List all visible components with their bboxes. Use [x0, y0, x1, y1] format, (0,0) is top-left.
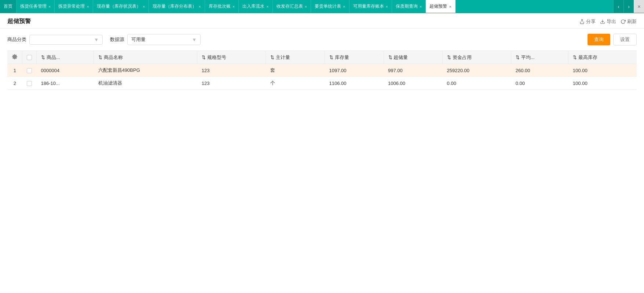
- th-spec[interactable]: ⇅ 规格型号: [197, 51, 266, 64]
- close-stock-batch[interactable]: ×: [233, 4, 235, 9]
- filter-actions: 查询 设置: [588, 34, 637, 45]
- nav-order-stat[interactable]: 要货单统计表 ×: [311, 0, 349, 13]
- datasource-select-value: 可用量: [131, 36, 146, 43]
- close-task-mgmt[interactable]: ×: [48, 4, 51, 9]
- overstock-table: ⇅ 商品... ⇅ 商品名称 ⇅ 规格型号 ⇅ 主计量 ⇅ 库存量: [7, 51, 637, 90]
- category-label: 商品分类: [7, 36, 26, 43]
- product-code-2: 186-10...: [37, 77, 94, 90]
- close-stock-status[interactable]: ×: [143, 4, 145, 9]
- nav-next-btn[interactable]: ›: [623, 0, 634, 13]
- unit-2: 个: [266, 77, 325, 90]
- spec-2: 123: [197, 77, 266, 90]
- spec-1: 123: [197, 64, 266, 77]
- nav-inout-flow[interactable]: 出入库流水 ×: [239, 0, 272, 13]
- capital-usage-1: 259220.00: [443, 64, 511, 77]
- max-stock-2: 100.00: [568, 77, 637, 90]
- product-name-1: 六配套新昌490BPG: [94, 64, 197, 77]
- filter-bar: 商品分类 ▼ 数据源 可用量 ▼ 查询 设置: [0, 29, 644, 51]
- category-filter-item: 商品分类 ▼: [7, 35, 103, 45]
- th-checkbox: [22, 51, 37, 64]
- product-name-2: 机油滤清器: [94, 77, 197, 90]
- nav-stock-dist[interactable]: 现存量（库存分布表） ×: [149, 0, 205, 13]
- close-abnormal[interactable]: ×: [87, 4, 89, 9]
- nav-abnormal[interactable]: 拣货异常处理 ×: [55, 0, 93, 13]
- th-avg[interactable]: ⇅ 平均...: [511, 51, 568, 64]
- row-checkbox-2[interactable]: [22, 77, 37, 90]
- close-stock-dist[interactable]: ×: [198, 4, 201, 9]
- top-nav: 首页 拣货任务管理 × 拣货异常处理 × 现存量（库存状况表） × 现存量（库存…: [0, 0, 644, 13]
- export-button[interactable]: 导出: [600, 18, 616, 25]
- nav-more-btn[interactable]: ×: [634, 0, 644, 13]
- nav-prev-btn[interactable]: ‹: [613, 0, 623, 13]
- th-max-stock[interactable]: ⇅ 最高库存: [568, 51, 637, 64]
- close-recv-send[interactable]: ×: [305, 4, 307, 9]
- nav-arrows: ‹ › ×: [613, 0, 644, 13]
- category-select-value: [33, 37, 35, 42]
- avg-1: 260.00: [511, 64, 568, 77]
- datasource-label: 数据源: [110, 36, 124, 43]
- header-actions: 分享 导出 刷新: [579, 18, 637, 25]
- th-product-name[interactable]: ⇅ 商品名称: [94, 51, 197, 64]
- settings-gear-icon[interactable]: [12, 54, 18, 60]
- export-icon: [600, 19, 605, 24]
- table-row: 1 0000004 六配套新昌490BPG 123 套 1097.00 997.…: [7, 64, 637, 77]
- table-header-row: ⇅ 商品... ⇅ 商品名称 ⇅ 规格型号 ⇅ 主计量 ⇅ 库存量: [7, 51, 637, 64]
- category-select[interactable]: ▼: [29, 35, 103, 45]
- table-wrapper: ⇅ 商品... ⇅ 商品名称 ⇅ 规格型号 ⇅ 主计量 ⇅ 库存量: [0, 51, 644, 90]
- page-title: 超储预警: [7, 18, 31, 25]
- th-product-code[interactable]: ⇅ 商品...: [37, 51, 94, 64]
- category-dropdown-icon: ▼: [94, 37, 99, 42]
- avg-2: 0.00: [511, 77, 568, 90]
- refresh-button[interactable]: 刷新: [621, 18, 637, 25]
- capital-usage-2: 0.00: [443, 77, 511, 90]
- row-num-2: 2: [7, 77, 22, 90]
- th-overstock-qty[interactable]: ⇅ 超储量: [384, 51, 443, 64]
- close-inout-flow[interactable]: ×: [266, 4, 268, 9]
- refresh-icon: [621, 19, 626, 24]
- nav-stock-status[interactable]: 现存量（库存状况表） ×: [93, 0, 149, 13]
- close-avail-stock[interactable]: ×: [386, 4, 388, 9]
- datasource-filter-item: 数据源 可用量 ▼: [110, 34, 201, 45]
- overstock-qty-1: 997.00: [384, 64, 443, 77]
- share-button[interactable]: 分享: [579, 18, 596, 25]
- page-header: 超储预警 分享 导出 刷新: [0, 13, 644, 29]
- th-gear: [7, 51, 22, 64]
- table-row: 2 186-10... 机油滤清器 123 个 1106.00 1006.00 …: [7, 77, 637, 90]
- datasource-dropdown-icon: ▼: [192, 37, 197, 42]
- product-code-1: 0000004: [37, 64, 94, 77]
- share-icon: [579, 19, 585, 24]
- close-quality-check[interactable]: ×: [420, 4, 422, 9]
- max-stock-1: 100.00: [568, 64, 637, 77]
- th-stock-qty[interactable]: ⇅ 库存量: [325, 51, 384, 64]
- row-num-1: 1: [7, 64, 22, 77]
- nav-recv-send[interactable]: 收发存汇总表 ×: [273, 0, 311, 13]
- overstock-qty-2: 1006.00: [384, 77, 443, 90]
- nav-stock-batch[interactable]: 库存批次账 ×: [205, 0, 239, 13]
- close-overstock[interactable]: ×: [449, 4, 451, 9]
- unit-1: 套: [266, 64, 325, 77]
- header-checkbox[interactable]: [27, 55, 32, 60]
- settings-button[interactable]: 设置: [613, 34, 637, 45]
- nav-task-mgmt[interactable]: 拣货任务管理 ×: [17, 0, 55, 13]
- th-capital-usage[interactable]: ⇅ 资金占用: [443, 51, 511, 64]
- nav-quality-check[interactable]: 保质期查询 ×: [392, 0, 426, 13]
- stock-qty-2: 1106.00: [325, 77, 384, 90]
- datasource-select[interactable]: 可用量 ▼: [127, 34, 201, 45]
- main-content: 超储预警 分享 导出 刷新 商品分类 ▼ 数据源: [0, 13, 644, 293]
- stock-qty-1: 1097.00: [325, 64, 384, 77]
- query-button[interactable]: 查询: [588, 34, 610, 45]
- th-unit[interactable]: ⇅ 主计量: [266, 51, 325, 64]
- row-checkbox-1[interactable]: [22, 64, 37, 77]
- nav-avail-stock[interactable]: 可用量库存账本 ×: [350, 0, 392, 13]
- close-order-stat[interactable]: ×: [343, 4, 345, 9]
- nav-home[interactable]: 首页: [0, 0, 17, 13]
- nav-overstock[interactable]: 超储预警 ×: [426, 0, 455, 13]
